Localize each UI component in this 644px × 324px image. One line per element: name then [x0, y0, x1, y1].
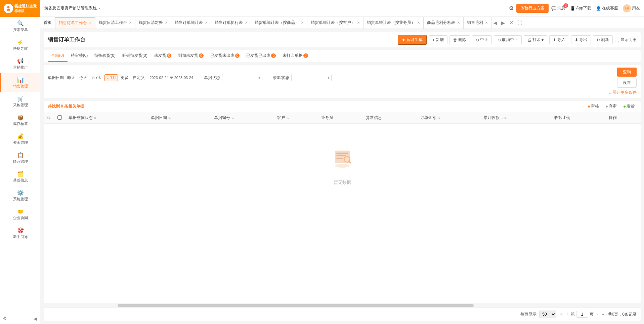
tab-sales-by-staff[interactable]: 销货单统计表（按业务员） ✕ [363, 17, 424, 29]
tab-close-icon[interactable]: ✕ [457, 21, 460, 25]
sidebar-item-collab[interactable]: 🤝 企业协同 [0, 205, 40, 224]
sidebar-item-quicknav[interactable]: ⚡ 快捷导航 [0, 36, 40, 54]
date-custom[interactable]: 自定义 [131, 74, 146, 81]
expand-filter-button[interactable]: ⌄ 展开更多条件 [608, 90, 637, 95]
message-button[interactable]: 💬 消息 6 [551, 5, 565, 11]
subtab-pending-check[interactable]: 待拣验货(0) [91, 50, 119, 62]
tab-next-button[interactable]: ▶ [499, 17, 507, 29]
app-download-button[interactable]: 📱 App下载 [570, 5, 591, 11]
page-input[interactable] [576, 311, 588, 318]
gear-icon[interactable]: ⚙ [509, 5, 514, 11]
sort-date[interactable]: 单据日期 ⇅ [151, 115, 207, 121]
export-button[interactable]: ⬇ 导出 [571, 35, 591, 44]
date-more[interactable]: 更多 [119, 74, 130, 81]
tab-close-all-button[interactable]: ✕ [507, 17, 515, 29]
print-button[interactable]: 🖨 打印 ▾ [524, 35, 547, 44]
th-checkbox[interactable] [54, 112, 65, 124]
last-page-button[interactable]: » [600, 311, 605, 317]
ship-button[interactable]: 发货 [621, 103, 637, 110]
sort-collected[interactable]: 累计收款... ⇅ [483, 115, 548, 121]
date-7days[interactable]: 近7天 [90, 74, 103, 81]
tab-expand-button[interactable]: ⛶ [515, 17, 524, 29]
tab-close-icon[interactable]: ✕ [245, 21, 248, 25]
subtab-all[interactable]: 全部(0) [48, 50, 68, 62]
sidebar-item-inventory[interactable]: 📦 库存核算 [0, 111, 40, 130]
delete-button[interactable]: 🗑 删除 [449, 35, 470, 44]
subtab-unshipped[interactable]: 未发货0 [151, 50, 175, 62]
date-yesterday[interactable]: 昨天 [66, 74, 77, 81]
trial-button[interactable]: 体验行业方案 [516, 4, 549, 13]
horizontal-scrollbar[interactable] [44, 303, 641, 308]
tab-sales-by-customer[interactable]: 销货单统计表（按客户） ✕ [307, 17, 363, 29]
subtab-unprinted[interactable]: 未打印单据0 [279, 50, 311, 62]
sidebar-item-purchase[interactable]: 🛒 采购管理 [0, 92, 40, 111]
subtab-overdue-unshipped[interactable]: 到期未发货0 [175, 50, 207, 62]
select-all-checkbox[interactable] [57, 115, 62, 120]
sort-customer[interactable]: 客户 ⇅ [277, 115, 314, 121]
tab-cash-reconcile[interactable]: 钱货日清对账 ✕ [135, 17, 171, 29]
subtab-shipped-not-out[interactable]: 已发货未出库0 [207, 50, 243, 62]
tab-close-icon[interactable]: ✕ [129, 21, 132, 25]
sidebar-item-guide[interactable]: 🎯 新手引导 [0, 224, 40, 243]
sidebar-item-sales[interactable]: 📊 销售管理 [0, 73, 40, 92]
tab-margin-analysis[interactable]: 商品毛利分析表 ✕ [424, 17, 464, 29]
next-page-button[interactable]: › [595, 311, 599, 317]
sort-number[interactable]: 单据编号 ⇅ [214, 115, 270, 121]
date-today[interactable]: 今天 [78, 74, 89, 81]
query-button[interactable]: 查询 [617, 68, 637, 77]
settings-icon[interactable]: ⚙ [3, 316, 7, 321]
sort-amount[interactable]: 订单金额 ⇅ [420, 115, 477, 121]
tab-cash-daily-workbench[interactable]: 钱货日清工作台 ✕ [95, 17, 135, 29]
tab-sales-by-product[interactable]: 销货单统计表（按商品） ✕ [251, 17, 307, 29]
prev-page-button[interactable]: ‹ [565, 311, 569, 317]
tab-close-icon[interactable]: ✕ [485, 21, 488, 25]
tab-close-icon[interactable]: ✕ [89, 21, 92, 25]
show-detail-checkbox[interactable] [615, 38, 619, 42]
subtab-wangpu-pending[interactable]: 旺铺待发货(0) [119, 50, 151, 62]
refresh-button[interactable]: ↻ 刷新 [593, 35, 613, 44]
tab-prev-button[interactable]: ◀ [491, 17, 499, 29]
tab-sales-exec[interactable]: 销售订单执行表 ✕ [211, 17, 251, 29]
tab-close-icon[interactable]: ✕ [357, 21, 360, 25]
tab-sales-stats[interactable]: 销售订单统计表 ✕ [171, 17, 211, 29]
cancel-review-button[interactable]: 弃审 [604, 103, 619, 110]
sidebar-item-management[interactable]: 📋 经营管理 [0, 149, 40, 167]
sidebar-item-marketing[interactable]: 📢 营销推广 [0, 54, 40, 73]
subtab-shipped-out[interactable]: 已发货已出库0 [243, 50, 279, 62]
stop-button[interactable]: ⊙ 中止 [472, 35, 492, 44]
cancel-stop-button[interactable]: ⊙ 取消中止 [494, 35, 522, 44]
tab-close-icon[interactable]: ✕ [301, 21, 304, 25]
tab-close-icon[interactable]: ✕ [165, 21, 168, 25]
first-page-button[interactable]: « [559, 311, 564, 317]
set-button[interactable]: 设置 [617, 78, 637, 88]
tab-close-icon[interactable]: ✕ [205, 21, 208, 25]
user-menu-button[interactable]: Ea 用友 [623, 4, 640, 12]
tab-close-icon[interactable]: ✕ [417, 21, 420, 25]
payment-select[interactable] [291, 74, 332, 81]
show-detail-toggle[interactable]: 显示明细 [615, 37, 637, 43]
import-button[interactable]: ⬆ 导入 [549, 35, 569, 44]
tab-sales-order-workbench[interactable]: 销售订单工作台 ✕ [55, 17, 95, 29]
quicknav-icon: ⚡ [17, 39, 24, 45]
online-service-button[interactable]: 👤 在线客服 [596, 5, 618, 11]
date-1month[interactable]: 近1月 [104, 74, 118, 81]
date-filter-label: 单据日期 [48, 75, 64, 81]
sort-status[interactable]: 单据整体状态 ⇅ [69, 115, 144, 121]
tab-sales-margin[interactable]: 销售毛利 ✕ [464, 17, 491, 29]
page-size-select[interactable]: 50 10 20 100 [539, 311, 556, 318]
sidebar-item-system[interactable]: ⚙️ 系统管理 [0, 186, 40, 205]
collapse-icon[interactable]: ◀ [34, 316, 37, 321]
refresh-icon: ↻ [597, 38, 600, 42]
new-button[interactable]: + 新增 [429, 35, 447, 44]
scrollbar-thumb[interactable] [118, 304, 474, 307]
smart-create-button[interactable]: ★ 智能生单 [398, 35, 427, 45]
status-select[interactable] [222, 74, 262, 81]
sidebar-item-finance[interactable]: 💰 资金管理 [0, 130, 40, 149]
review-button[interactable]: 审核 [586, 103, 601, 110]
sidebar-item-baseinfo[interactable]: 🗂️ 基础信息 [0, 167, 40, 186]
th-setting[interactable]: ⚙ [44, 112, 54, 124]
title-dropdown-icon[interactable]: ▾ [99, 6, 100, 10]
tab-home[interactable]: 首页 [40, 17, 55, 29]
sidebar-item-search[interactable]: 🔍 搜索菜单 [0, 17, 40, 36]
subtab-pending-review[interactable]: 待审核(0) [68, 50, 91, 62]
